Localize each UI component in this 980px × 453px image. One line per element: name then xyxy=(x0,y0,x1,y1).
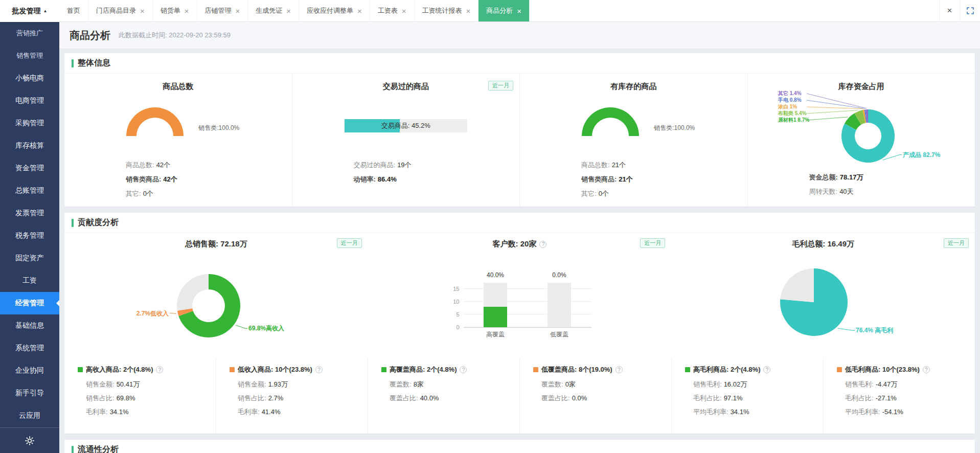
svg-text:76.4% 高毛利: 76.4% 高毛利 xyxy=(856,327,893,334)
info-icon[interactable]: ? xyxy=(460,366,467,373)
stat-row: 平均毛利率:-54.1% xyxy=(837,407,970,417)
sidebar-item-general-ledger[interactable]: 总账管理 xyxy=(0,179,59,202)
tab-shop-mgmt[interactable]: 店铺管理× xyxy=(197,0,248,21)
overview-section: 整体信息 商品总数 销售类:100.0% 商品总数:42个 销售类商品:42个 … xyxy=(64,53,975,207)
tab-close-icon[interactable]: × xyxy=(517,7,521,15)
panel-traded-products: 交易过的商品 近一月 交易商品: 45.2% 交易过的商品:19个 动销率:86… xyxy=(292,74,520,207)
tab-controls: × xyxy=(939,0,980,21)
stat-value: 40.0% xyxy=(420,394,439,402)
liquidity-section: 流通性分析 xyxy=(64,440,975,453)
panel-header: 商品总数 xyxy=(64,82,292,95)
tab-label: 工资统计报表 xyxy=(422,6,462,15)
panel-header: 库存资金占用 xyxy=(748,82,975,95)
stat-value: 0家 xyxy=(565,380,576,388)
stat-label: 其它: xyxy=(126,190,141,197)
tab-payroll-stats-report[interactable]: 工资统计报表× xyxy=(415,0,479,21)
info-icon[interactable]: ? xyxy=(923,366,930,373)
stat-row: 商品总数:42个 xyxy=(126,161,292,170)
info-icon[interactable]: ? xyxy=(616,366,623,373)
sidebar: 批发管理 ▲ 营销推广 销售管理 小畅电商 电商管理 采购管理 库存核算 资金管… xyxy=(0,0,59,453)
chart-area: 其它 1.4%手电 0.8%浓白 1%布鞋类 5.4%原材料1 8.7%产成品 … xyxy=(748,95,975,172)
info-icon[interactable]: ? xyxy=(156,366,163,373)
sidebar-item-sales-mgmt[interactable]: 销售管理 xyxy=(0,44,59,67)
info-icon[interactable]: ? xyxy=(539,241,546,248)
sidebar-item-label: 小畅电商 xyxy=(15,74,44,83)
stat-row: 覆盖数:0家 xyxy=(533,380,666,389)
section-title: 贡献度分析 xyxy=(78,217,119,228)
stat-label: 销售占比: xyxy=(238,394,266,402)
sidebar-item-business-mgmt[interactable]: 经营管理 xyxy=(0,292,59,314)
sidebar-item-ecommerce-mgmt[interactable]: 电商管理 xyxy=(0,89,59,112)
tab-home[interactable]: 首页 xyxy=(59,0,88,21)
tab-generate-voucher[interactable]: 生成凭证× xyxy=(248,0,299,21)
chart-area: 151050 40.0% 高覆盖 0.0% 低覆盖 xyxy=(368,255,672,357)
panel-title: 有库存的商品 xyxy=(610,82,656,90)
sidebar-item-label: 发票管理 xyxy=(15,209,44,218)
panel-stats: 交易过的商品:19个 动销率:86.4% xyxy=(354,161,520,184)
sidebar-item-label: 经营管理 xyxy=(15,299,44,308)
inventory-capital-donut-chart: 其它 1.4%手电 0.8%浓白 1%布鞋类 5.4%原材料1 8.7%产成品 … xyxy=(777,89,946,178)
tab-close-icon[interactable]: × xyxy=(286,7,291,15)
stat-row: 销售占比:2.7% xyxy=(230,394,362,403)
stat-value: 0个 xyxy=(599,190,609,197)
legend-low-income: 低收入商品: 10个(23.8%) ? 销售金额:1.93万 销售占比:2.7%… xyxy=(216,358,368,434)
sidebar-item-purchase-mgmt[interactable]: 采购管理 xyxy=(0,112,59,134)
legend-low-coverage: 低覆盖商品: 8个(19.0%) ? 覆盖数:0家 覆盖占比:0.0% xyxy=(519,358,671,434)
info-icon[interactable]: ? xyxy=(763,366,770,373)
legend-color-swatch xyxy=(230,367,235,372)
sidebar-item-invoice-mgmt[interactable]: 发票管理 xyxy=(0,202,59,224)
sidebar-group-label: 批发管理 xyxy=(12,7,41,16)
close-tab-button[interactable]: × xyxy=(939,0,960,21)
tab-sales-order[interactable]: 销货单× xyxy=(153,0,197,21)
tab-close-icon[interactable]: × xyxy=(466,7,471,15)
tab-close-icon[interactable]: × xyxy=(357,7,362,15)
panel-inventory-capital: 库存资金占用 其它 1.4%手电 0.8%浓白 1%布鞋类 5.4%原材料1 8… xyxy=(748,74,975,207)
stat-label: 销售金额: xyxy=(238,380,266,388)
tab-store-product-catalog[interactable]: 门店商品目录× xyxy=(88,0,153,21)
sidebar-item-payroll[interactable]: 工资 xyxy=(0,269,59,292)
tab-product-analysis[interactable]: 商品分析× xyxy=(478,0,530,21)
stat-row: 交易过的商品:19个 xyxy=(354,161,520,170)
tab-ar-ap-adjustment[interactable]: 应收应付调整单× xyxy=(299,0,370,21)
panel-stats: 商品总数:21个 销售类商品:21个 其它:0个 xyxy=(581,161,747,198)
sidebar-item-inventory-accounting[interactable]: 库存核算 xyxy=(0,134,59,157)
info-icon[interactable]: ? xyxy=(315,366,323,373)
progress-label: 交易商品: 45.2% xyxy=(345,119,467,132)
sidebar-item-xiaochang-ecommerce[interactable]: 小畅电商 xyxy=(0,67,59,89)
sidebar-item-fixed-assets[interactable]: 固定资产 xyxy=(0,247,59,269)
tab-payroll-sheet[interactable]: 工资表× xyxy=(370,0,415,21)
fullscreen-button[interactable] xyxy=(960,0,980,21)
sidebar-footer xyxy=(0,427,59,453)
tab-close-icon[interactable]: × xyxy=(402,7,406,15)
sidebar-item-beginner-guide[interactable]: 新手引导 xyxy=(0,382,59,404)
stat-label: 毛利率: xyxy=(86,408,108,416)
svg-text:原材料1 8.7%: 原材料1 8.7% xyxy=(778,117,809,123)
tab-close-icon[interactable]: × xyxy=(140,7,145,15)
stat-value: -27.1% xyxy=(876,394,897,402)
sidebar-item-basic-info[interactable]: 基础信息 xyxy=(0,314,59,337)
sidebar-item-cloud-apps[interactable]: 云应用 xyxy=(0,404,59,427)
page-header: 商品分析 此数据截止时间: 2022-09-20 23:59:59 xyxy=(59,22,980,49)
sidebar-item-enterprise-collab[interactable]: 企业协同 xyxy=(0,359,59,382)
settings-gear-icon xyxy=(25,436,35,446)
sidebar-item-funds-mgmt[interactable]: 资金管理 xyxy=(0,157,59,179)
sidebar-item-system-mgmt[interactable]: 系统管理 xyxy=(0,337,59,359)
panel-total-sales: 总销售额: 72.18万 近一月 69.8%高收入2.7%低收入 xyxy=(64,233,368,358)
tab-close-icon[interactable]: × xyxy=(185,7,189,15)
panel-header: 交易过的商品 近一月 xyxy=(292,82,520,95)
stat-label: 销售类商品: xyxy=(581,175,617,183)
sidebar-item-marketing-promo[interactable]: 营销推广 xyxy=(0,22,59,44)
stat-row: 覆盖占比:0.0% xyxy=(533,394,666,403)
sidebar-item-label: 库存核算 xyxy=(15,141,44,150)
period-badge: 近一月 xyxy=(337,238,362,248)
tab-close-icon[interactable]: × xyxy=(236,7,240,15)
sidebar-item-label: 企业协同 xyxy=(15,366,44,375)
stat-label: 动销率: xyxy=(354,175,376,183)
stat-value: 86.4% xyxy=(378,175,397,183)
settings-gear-button[interactable] xyxy=(25,436,35,446)
legend-high-coverage: 高覆盖商品: 2个(4.8%) ? 覆盖数:8家 覆盖占比:40.0% xyxy=(368,358,519,434)
sidebar-item-label: 工资 xyxy=(22,276,37,285)
sidebar-group-wholesale[interactable]: 批发管理 ▲ xyxy=(0,0,59,22)
sidebar-item-tax-mgmt[interactable]: 税务管理 xyxy=(0,224,59,247)
stat-row: 销售类商品:21个 xyxy=(581,175,747,184)
